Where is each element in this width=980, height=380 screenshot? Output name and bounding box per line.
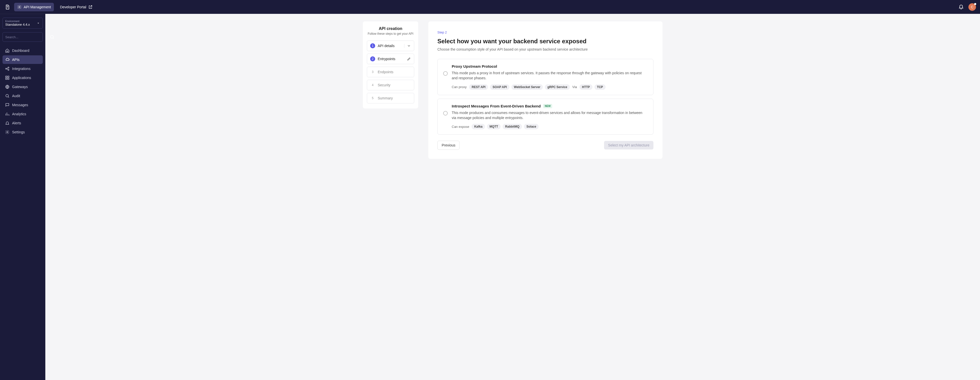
avatar-letter: C	[971, 5, 974, 9]
sidebar-item-label: APIs	[12, 58, 20, 62]
step-number: 3	[370, 70, 375, 75]
option-event-driven[interactable]: Introspect Messages From Event-Driven Ba…	[438, 99, 654, 135]
page-title: Select how you want your backend service…	[438, 38, 654, 45]
environment-select[interactable]: Environment Standalone 4.4.x	[3, 17, 43, 29]
sidebar-item-label: Messages	[12, 103, 28, 107]
nav-api-management-label: API Management	[24, 5, 51, 9]
option-list: Proxy Upstream Protocol This mode puts a…	[438, 59, 654, 135]
step-expand[interactable]	[404, 44, 411, 48]
step-label: Summary	[378, 96, 393, 100]
topnav-left: API Management Developer Portal	[4, 3, 96, 11]
radio-event-driven[interactable]	[443, 111, 448, 116]
home-icon	[5, 48, 10, 53]
sidebar-item-integrations[interactable]: Integrations	[3, 64, 43, 73]
step-number: 4	[370, 83, 375, 87]
content: API creation Follow these steps to get y…	[45, 14, 980, 380]
top-nav: API Management Developer Portal C	[0, 0, 980, 14]
step-label: API details	[378, 44, 395, 48]
option-proxy-upstream[interactable]: Proxy Upstream Protocol This mode puts a…	[438, 59, 654, 95]
sidebar-item-gateways[interactable]: Gateways	[3, 83, 43, 91]
environment-text: Environment Standalone 4.4.x	[5, 20, 30, 26]
new-badge: NEW	[543, 104, 552, 108]
sidebar-item-label: Applications	[12, 76, 31, 80]
sidebar-item-label: Settings	[12, 130, 25, 134]
svg-rect-5	[6, 76, 7, 77]
chip: WebSocket Server	[511, 84, 543, 90]
sidebar-nav: Dashboard APIs Integrations Applications…	[3, 46, 43, 137]
chip: MQTT	[487, 124, 501, 129]
step-number: 2	[370, 56, 375, 61]
svg-rect-6	[8, 76, 9, 77]
svg-point-3	[8, 67, 9, 68]
message-icon	[5, 103, 10, 107]
step-edit[interactable]	[407, 57, 411, 61]
chip: REST API	[469, 84, 488, 90]
option-body: Introspect Messages From Event-Driven Ba…	[452, 104, 648, 130]
svg-point-0	[19, 6, 20, 8]
logo-icon[interactable]	[4, 3, 11, 11]
chip: TCP	[595, 84, 606, 90]
svg-rect-8	[8, 78, 9, 79]
sidebar-item-audit[interactable]: Audit	[3, 92, 43, 100]
audit-icon	[5, 94, 10, 98]
avatar[interactable]: C	[969, 3, 976, 11]
option-title: Proxy Upstream Protocol	[452, 64, 497, 68]
environment-label: Environment	[5, 20, 30, 23]
sidebar-item-label: Audit	[12, 94, 20, 98]
avatar-status-dot	[974, 3, 976, 5]
sidebar-item-apis[interactable]: APIs	[3, 56, 43, 64]
cloud-icon	[5, 57, 10, 62]
sidebar-item-messages[interactable]: Messages	[3, 101, 43, 109]
svg-point-11	[7, 132, 8, 133]
via-label: Via	[572, 85, 577, 89]
chip: SOAP API	[490, 84, 509, 90]
svg-point-2	[6, 68, 7, 70]
notifications-button[interactable]	[958, 4, 964, 10]
chevron-down-icon	[407, 44, 411, 48]
sidebar-item-analytics[interactable]: Analytics	[3, 110, 43, 118]
nav-developer-portal[interactable]: Developer Portal	[57, 3, 96, 11]
step-security: 4 Security	[367, 80, 414, 91]
sidebar-item-label: Analytics	[12, 112, 26, 116]
main-row: Environment Standalone 4.4.x Dashboard A…	[0, 14, 980, 380]
caret-down-icon	[37, 21, 40, 25]
chip-row: Can proxy REST API SOAP API WebSocket Se…	[452, 84, 648, 90]
sidebar-item-settings[interactable]: Settings	[3, 128, 43, 137]
previous-button[interactable]: Previous	[438, 141, 460, 150]
pencil-icon	[407, 57, 411, 61]
gateway-icon	[5, 84, 10, 89]
svg-point-10	[6, 94, 9, 97]
steps-title: API creation	[367, 26, 414, 31]
step-list: 1 API details 2 Entrypoints 3 Endpoints	[367, 41, 414, 103]
search-input[interactable]	[5, 35, 48, 39]
nav-api-management[interactable]: API Management	[14, 3, 54, 11]
step-label: Entrypoints	[378, 57, 395, 61]
sidebar-item-label: Gateways	[12, 85, 28, 89]
sidebar-item-applications[interactable]: Applications	[3, 73, 43, 82]
nav-developer-portal-label: Developer Portal	[60, 5, 86, 9]
steps-panel: API creation Follow these steps to get y…	[363, 21, 418, 108]
step-label: Security	[378, 83, 391, 87]
chip: gRPC Service	[545, 84, 570, 90]
chip-row: Can expose Kafka MQTT RabbitMQ Solace	[452, 124, 648, 129]
chip-lead: Can proxy	[452, 85, 466, 89]
sidebar-item-label: Integrations	[12, 67, 30, 71]
external-link-icon	[88, 5, 93, 9]
search-box	[3, 32, 43, 42]
grid-icon	[5, 75, 10, 80]
sidebar-item-dashboard[interactable]: Dashboard	[3, 46, 43, 55]
chip: Solace	[524, 124, 539, 129]
step-entrypoints[interactable]: 2 Entrypoints	[367, 54, 414, 64]
svg-point-4	[8, 69, 9, 70]
gear-icon	[5, 130, 10, 134]
radio-proxy-upstream[interactable]	[443, 71, 448, 76]
sidebar-item-alerts[interactable]: Alerts	[3, 119, 43, 127]
option-desc: This mode puts a proxy in front of upstr…	[452, 70, 648, 81]
option-title-row: Introspect Messages From Event-Driven Ba…	[452, 104, 648, 108]
integrations-icon	[5, 67, 10, 71]
option-title-row: Proxy Upstream Protocol	[452, 64, 648, 68]
step-api-details[interactable]: 1 API details	[367, 41, 414, 51]
step-endpoints: 3 Endpoints	[367, 67, 414, 77]
chip-lead: Can expose	[452, 125, 469, 129]
svg-rect-7	[6, 78, 7, 79]
